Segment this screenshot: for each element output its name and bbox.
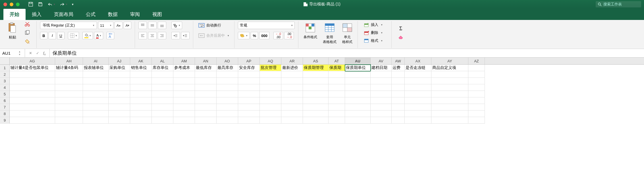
cell[interactable] — [238, 104, 260, 110]
cell[interactable]: 商品自定义项 — [431, 65, 468, 71]
cut-button[interactable] — [23, 21, 32, 28]
cell[interactable]: 最低库存 — [195, 65, 217, 71]
cell[interactable]: 是否走冻链 — [405, 65, 431, 71]
cell[interactable] — [329, 84, 345, 91]
namebox-down-icon[interactable]: ▼ — [17, 53, 22, 56]
cell[interactable] — [392, 71, 405, 78]
column-header-AG[interactable]: AG — [10, 58, 55, 64]
cell[interactable]: 最高库存 — [217, 65, 238, 71]
cell[interactable] — [281, 110, 303, 117]
cell[interactable] — [345, 78, 371, 84]
cell[interactable] — [238, 91, 260, 97]
cell[interactable] — [260, 71, 281, 78]
conditional-format-button[interactable]: 条件格式 — [302, 22, 319, 40]
cell[interactable]: 销售单位 — [130, 65, 152, 71]
autosave-icon[interactable] — [28, 2, 33, 7]
undo-button[interactable] — [47, 2, 55, 6]
cell[interactable] — [431, 110, 468, 117]
cell[interactable]: 库存单位 — [152, 65, 173, 71]
formula-content[interactable]: 保质期单位 — [49, 49, 644, 57]
row-header-1[interactable]: 1 — [0, 65, 10, 71]
column-header-AR[interactable]: AR — [281, 58, 303, 64]
redo-button[interactable] — [60, 2, 67, 6]
cell[interactable] — [345, 91, 371, 97]
cell[interactable] — [130, 110, 152, 117]
cell[interactable] — [83, 71, 109, 78]
cell[interactable] — [152, 91, 173, 97]
cell[interactable] — [303, 71, 329, 78]
save-icon[interactable] — [38, 2, 43, 7]
fill-color-button[interactable] — [82, 32, 93, 39]
cell[interactable]: 保质期管理 — [303, 65, 329, 71]
cell[interactable] — [345, 84, 371, 91]
bold-button[interactable]: B — [40, 32, 47, 39]
cell[interactable] — [109, 110, 130, 117]
cell[interactable] — [217, 117, 238, 124]
cell[interactable] — [195, 78, 217, 84]
cell[interactable]: 运费 — [392, 65, 405, 71]
cell[interactable] — [173, 97, 195, 104]
autosum-button[interactable]: Σ — [396, 25, 405, 32]
cell[interactable] — [260, 97, 281, 104]
cell[interactable] — [303, 84, 329, 91]
column-header-AU[interactable]: AU — [345, 58, 371, 64]
align-right-button[interactable] — [158, 32, 166, 39]
cell[interactable] — [329, 110, 345, 117]
cell[interactable] — [152, 117, 173, 124]
cell[interactable] — [195, 104, 217, 110]
row-header-2[interactable]: 2 — [0, 71, 10, 78]
cell[interactable] — [217, 104, 238, 110]
cell[interactable] — [431, 78, 468, 84]
cell[interactable]: 安全库存 — [238, 65, 260, 71]
cell[interactable] — [468, 97, 485, 104]
cell[interactable]: 参考成本 — [173, 65, 195, 71]
cell[interactable] — [468, 71, 485, 78]
cell[interactable] — [238, 117, 260, 124]
cell-reference-input[interactable] — [0, 51, 17, 56]
cell[interactable] — [130, 104, 152, 110]
cell[interactable] — [10, 71, 55, 78]
column-header-AY[interactable]: AY — [431, 58, 468, 64]
cell[interactable] — [405, 84, 431, 91]
cell[interactable] — [217, 91, 238, 97]
cell[interactable]: 辅计量4条码 — [55, 65, 83, 71]
font-name-select[interactable]: 等线 Regular (正文) — [40, 22, 97, 29]
number-format-select[interactable]: 常规 — [238, 22, 295, 29]
namebox-up-icon[interactable]: ▲ — [17, 50, 22, 53]
cell[interactable] — [392, 91, 405, 97]
cell[interactable] — [83, 97, 109, 104]
column-header-AZ[interactable]: AZ — [468, 58, 485, 64]
cell[interactable] — [238, 110, 260, 117]
cell[interactable] — [130, 71, 152, 78]
border-button[interactable] — [68, 32, 79, 39]
cell[interactable] — [392, 78, 405, 84]
cell[interactable] — [329, 91, 345, 97]
copy-button[interactable] — [23, 29, 32, 36]
tab-formula[interactable]: 公式 — [80, 9, 102, 20]
cell[interactable] — [55, 104, 83, 110]
cell[interactable] — [152, 104, 173, 110]
cell[interactable] — [405, 91, 431, 97]
cell[interactable] — [468, 84, 485, 91]
cell[interactable] — [238, 84, 260, 91]
cell[interactable] — [10, 97, 55, 104]
align-left-button[interactable] — [138, 32, 147, 39]
cell[interactable] — [152, 78, 173, 84]
cell[interactable] — [130, 97, 152, 104]
currency-button[interactable] — [238, 32, 250, 39]
increase-indent-button[interactable] — [181, 32, 190, 39]
cell[interactable] — [195, 117, 217, 124]
cell[interactable] — [260, 110, 281, 117]
row-header-6[interactable]: 6 — [0, 97, 10, 104]
qat-customize-icon[interactable]: ▾ — [72, 3, 74, 6]
cell[interactable] — [109, 71, 130, 78]
cell[interactable] — [173, 78, 195, 84]
percent-button[interactable]: % — [251, 32, 258, 39]
cell[interactable] — [260, 91, 281, 97]
italic-button[interactable]: I — [49, 32, 56, 39]
cell[interactable] — [83, 104, 109, 110]
cell[interactable] — [431, 71, 468, 78]
cell[interactable] — [371, 104, 392, 110]
merge-center-button[interactable]: 合并后居中 — [197, 32, 231, 39]
cell[interactable] — [10, 78, 55, 84]
